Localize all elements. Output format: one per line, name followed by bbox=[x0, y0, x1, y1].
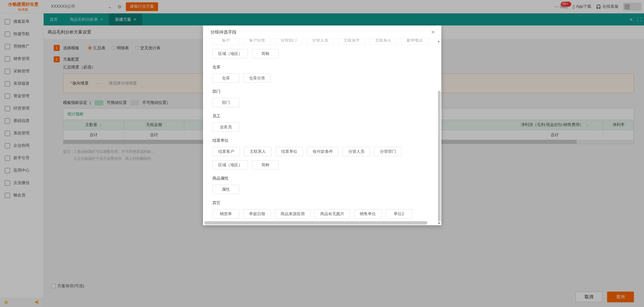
modal-overlay[interactable] bbox=[0, 0, 644, 13]
